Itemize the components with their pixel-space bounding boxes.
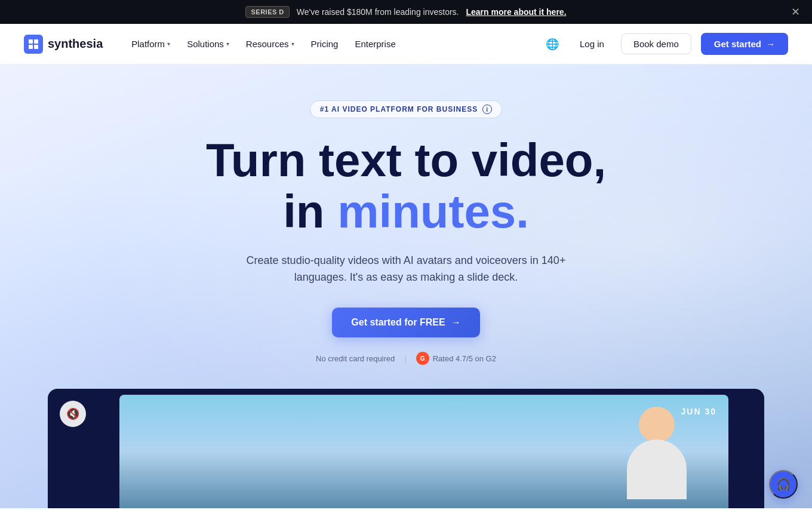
headset-icon: 🎧 (776, 477, 791, 492)
mute-icon: 🔇 (66, 407, 79, 420)
chevron-down-icon: ▾ (291, 41, 294, 47)
svg-rect-2 (29, 45, 33, 49)
nav-right: 🌐 Log in Book demo Get started → (542, 33, 788, 55)
svg-rect-0 (29, 39, 33, 44)
logo-text: synthesia (48, 37, 103, 51)
logo[interactable]: synthesia (24, 35, 103, 54)
g2-rating-text: Rated 4.7/5 on G2 (433, 354, 496, 363)
nav-link-platform[interactable]: Platform ▾ (124, 34, 177, 54)
video-date-label: JUN 30 (681, 407, 716, 416)
g2-badge: G Rated 4.7/5 on G2 (416, 352, 496, 365)
nav-link-enterprise[interactable]: Enterprise (347, 34, 402, 54)
video-preview: 🔇 JUN 30 (48, 389, 764, 508)
book-demo-button[interactable]: Book demo (621, 33, 691, 54)
logo-svg (27, 38, 39, 50)
arrow-right-icon: → (451, 317, 461, 328)
nav-link-solutions[interactable]: Solutions ▾ (180, 34, 236, 54)
badge-text: #1 AI VIDEO PLATFORM FOR BUSINESS (320, 105, 478, 113)
language-selector-button[interactable]: 🌐 (542, 33, 563, 55)
no-credit-card-text: No credit card required (316, 354, 395, 363)
g2-icon: G (416, 352, 429, 365)
chevron-down-icon: ▾ (167, 41, 170, 47)
support-chat-button[interactable]: 🎧 (769, 470, 798, 499)
login-button[interactable]: Log in (573, 34, 611, 54)
svg-rect-3 (34, 45, 38, 49)
cta-get-started-button[interactable]: Get started for FREE → (332, 308, 479, 337)
video-inner: JUN 30 (119, 395, 728, 508)
video-person-body (627, 440, 687, 499)
nav-link-resources[interactable]: Resources ▾ (239, 34, 302, 54)
series-badge: SERIES D (245, 6, 289, 18)
nav-links: Platform ▾ Solutions ▾ Resources ▾ Prici… (124, 34, 403, 54)
get-started-nav-button[interactable]: Get started → (701, 33, 788, 55)
logo-icon (24, 35, 43, 54)
hero-highlight: minutes. (337, 185, 529, 238)
announcement-link[interactable]: Learn more about it here. (466, 7, 566, 17)
announcement-text: We've raised $180M from leading investor… (297, 7, 459, 17)
hero-section: #1 AI VIDEO PLATFORM FOR BUSINESS i Turn… (0, 64, 812, 508)
nav-left: synthesia Platform ▾ Solutions ▾ Resourc… (24, 34, 403, 54)
mute-button[interactable]: 🔇 (60, 401, 86, 427)
hero-badge: #1 AI VIDEO PLATFORM FOR BUSINESS i (310, 100, 502, 118)
svg-rect-1 (34, 39, 38, 44)
info-icon: i (482, 105, 492, 114)
close-announcement-button[interactable]: ✕ (791, 7, 800, 17)
hero-title: Turn text to video, in minutes. (206, 135, 606, 238)
video-person-head (639, 407, 675, 443)
chevron-down-icon: ▾ (226, 41, 229, 47)
announcement-bar: SERIES D We've raised $180M from leading… (0, 0, 812, 24)
globe-icon: 🌐 (546, 38, 559, 51)
hero-subtitle: Create studio-quality videos with AI ava… (239, 252, 573, 287)
trust-divider: | (404, 354, 406, 363)
hero-trust-row: No credit card required | G Rated 4.7/5 … (316, 352, 496, 365)
navbar: synthesia Platform ▾ Solutions ▾ Resourc… (0, 24, 812, 64)
arrow-right-icon: → (766, 39, 775, 49)
nav-link-pricing[interactable]: Pricing (304, 34, 346, 54)
